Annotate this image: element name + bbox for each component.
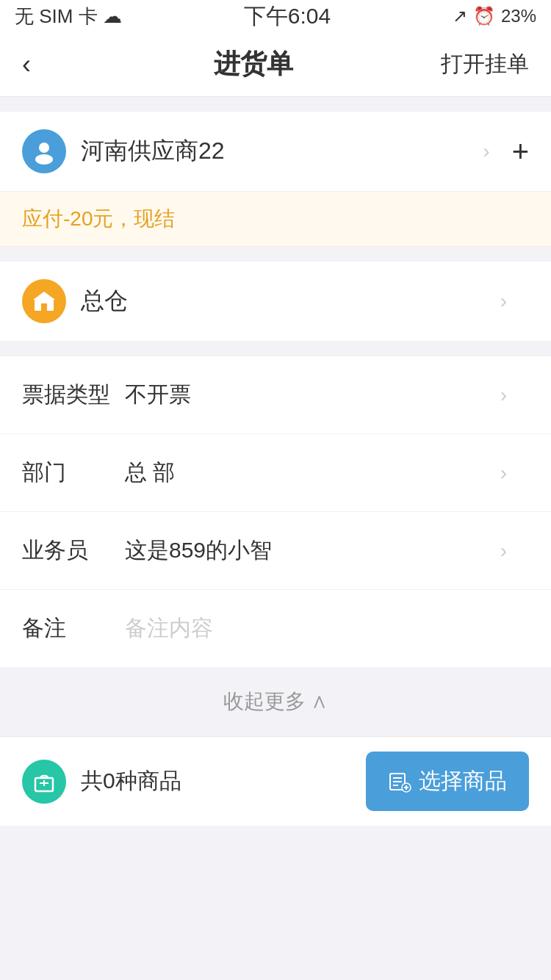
svg-rect-4 bbox=[41, 303, 47, 311]
remark-value: 备注内容 bbox=[125, 613, 529, 644]
warehouse-card: 总仓 › bbox=[0, 262, 551, 341]
select-product-label: 选择商品 bbox=[419, 766, 507, 796]
warehouse-icon bbox=[32, 289, 57, 314]
product-icon-wrap bbox=[22, 760, 66, 804]
invoice-type-row[interactable]: 票据类型 不开票 › bbox=[0, 356, 551, 433]
invoice-type-label: 票据类型 bbox=[22, 380, 125, 410]
shopping-bag-icon bbox=[32, 769, 57, 794]
product-count-text: 共0种商品 bbox=[81, 766, 181, 796]
salesperson-chevron-icon: › bbox=[500, 539, 507, 563]
supplier-chevron-icon: › bbox=[483, 140, 489, 163]
warehouse-chevron-icon: › bbox=[500, 289, 507, 313]
status-battery: 23% bbox=[501, 6, 536, 26]
add-button[interactable]: + bbox=[512, 135, 529, 168]
nav-bar: ‹ 进货单 打开挂单 bbox=[0, 32, 551, 97]
section-gap-2 bbox=[0, 247, 551, 262]
svg-point-1 bbox=[35, 154, 53, 165]
warehouse-icon-wrap bbox=[22, 279, 66, 323]
back-button[interactable]: ‹ bbox=[22, 49, 66, 80]
svg-marker-3 bbox=[33, 292, 55, 300]
select-product-icon bbox=[388, 770, 411, 793]
supplier-avatar bbox=[22, 129, 66, 173]
salesperson-value: 这是859的小智 bbox=[125, 536, 500, 566]
remark-row[interactable]: 备注 备注内容 bbox=[0, 589, 551, 667]
notice-text: 应付-20元，现结 bbox=[22, 207, 175, 230]
invoice-type-value: 不开票 bbox=[125, 380, 500, 410]
product-count-wrap: 共0种商品 bbox=[22, 760, 181, 804]
section-gap-1 bbox=[0, 97, 551, 112]
bottom-bar: 共0种商品 选择商品 bbox=[0, 736, 551, 826]
status-time: 下午6:04 bbox=[244, 1, 331, 32]
status-location-icon: ↗ bbox=[453, 6, 467, 26]
status-alarm-icon: ⏰ bbox=[473, 6, 495, 26]
supplier-row[interactable]: 河南供应商22 › + bbox=[0, 112, 551, 192]
invoice-type-chevron-icon: › bbox=[500, 383, 507, 407]
status-bar: 无 SIM 卡 ☁ 下午6:04 ↗ ⏰ 23% bbox=[0, 0, 551, 32]
department-label: 部门 bbox=[22, 458, 125, 488]
page-title: 进货单 bbox=[214, 46, 293, 82]
collapse-text: 收起更多 ∧ bbox=[223, 688, 328, 716]
status-carrier: 无 SIM 卡 ☁ bbox=[15, 4, 122, 29]
notice-bar: 应付-20元，现结 bbox=[0, 192, 551, 247]
bottom-space bbox=[0, 826, 551, 980]
section-gap-3 bbox=[0, 341, 551, 356]
collapse-row[interactable]: 收起更多 ∧ bbox=[0, 667, 551, 736]
supplier-name: 河南供应商22 bbox=[81, 135, 483, 167]
select-product-button[interactable]: 选择商品 bbox=[366, 752, 529, 811]
warehouse-row[interactable]: 总仓 › bbox=[0, 262, 551, 341]
department-value: 总 部 bbox=[125, 458, 500, 488]
remark-label: 备注 bbox=[22, 613, 125, 644]
form-card: 票据类型 不开票 › 部门 总 部 › 业务员 这是859的小智 › 备注 备注… bbox=[0, 356, 551, 667]
supplier-card: 河南供应商22 › + 应付-20元，现结 bbox=[0, 112, 551, 247]
salesperson-label: 业务员 bbox=[22, 536, 125, 566]
person-icon bbox=[31, 138, 57, 165]
warehouse-name: 总仓 bbox=[81, 285, 500, 317]
svg-point-0 bbox=[39, 143, 49, 153]
department-row[interactable]: 部门 总 部 › bbox=[0, 433, 551, 511]
department-chevron-icon: › bbox=[500, 461, 507, 485]
salesperson-row[interactable]: 业务员 这是859的小智 › bbox=[0, 511, 551, 589]
open-hang-order-button[interactable]: 打开挂单 bbox=[441, 49, 529, 79]
status-right-group: ↗ ⏰ 23% bbox=[453, 6, 536, 26]
